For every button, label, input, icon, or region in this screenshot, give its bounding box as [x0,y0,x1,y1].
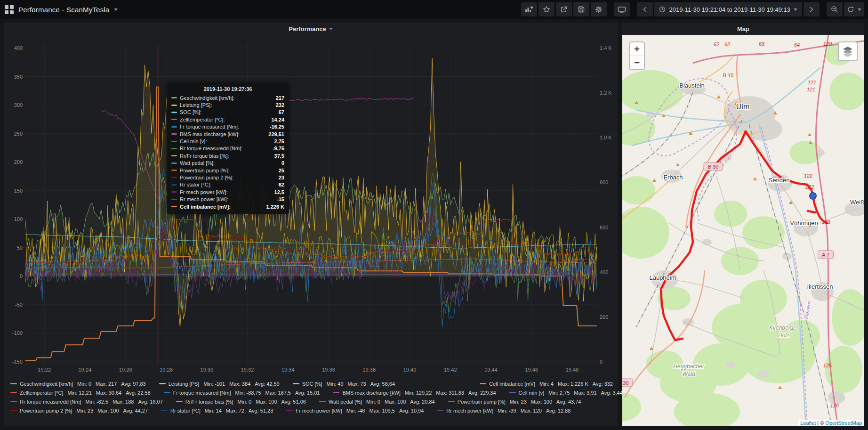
position-marker[interactable] [810,193,816,199]
legend-series-name: Powertrain pump 2 [%] [20,408,72,414]
legend-item[interactable]: Powertrain pump [%]Min: 23Max: 100Avg: 4… [448,399,581,405]
plot-area[interactable]: 2019-11-30 19:27:36 Geschwindigkeit [km/… [25,44,597,365]
y-left-tick: 150 [14,188,23,194]
apps-grid-icon[interactable] [5,5,14,14]
caret-down-icon [329,28,333,30]
tooltip-series-value: 14,24 [271,117,284,122]
map-place-label: Ulm [736,103,749,111]
series-color-dash [10,392,17,393]
tooltip-series-label: Cell imbalance [mV]: [180,204,231,210]
zoom-out-icon [831,6,838,13]
save-icon [578,6,585,13]
legend-item[interactable]: SOC [%]Min: 49Max: 73Avg: 58,64 [293,381,395,387]
settings-button[interactable] [591,2,607,16]
y-axis-left: 400350300250200150100500-50-100-150 [4,44,23,365]
legend-item[interactable]: Zelltemperatur [°C]Min: 12,21Max: 30,64A… [10,390,151,396]
legend-stat-max: Max: 311,83 [436,390,464,396]
legend-item[interactable]: Cell imbalance [mV]Min: 4Max: 1.226 KAvg… [480,381,613,387]
map-panel-title[interactable]: Map [622,23,864,35]
leaflet-link[interactable]: Leaflet [800,420,816,426]
x-tick: 19:36 [322,367,335,373]
legend-stat-min: Min: 49 [326,381,343,387]
legend-stat-max: Max: 72 [226,408,244,414]
chart-legend: Geschwindigkeit [km/h]Min: 0Max: 217Avg:… [10,379,613,415]
legend-stat-avg: Avg: 229,34 [468,390,496,396]
star-icon [543,6,550,13]
legend-series-name: Rr stator [°C] [170,408,201,414]
time-back-button[interactable] [637,2,653,16]
y-left-tick: 0 [20,273,23,279]
series-color-dash [448,401,455,402]
caret-down-icon[interactable] [114,8,118,11]
series-color-dash [10,401,17,402]
y-right-tick: 400 [600,269,608,275]
chart-panel-title[interactable]: Performance [4,23,618,35]
exit-number-label: 123 [822,219,831,225]
y-left-tick: -100 [12,330,23,336]
tooltip-series-label: Leistung [PS]: [180,102,212,108]
legend-row: Geschwindigkeit [km/h]Min: 0Max: 217Avg:… [10,379,613,388]
exit-number-label: 125 [823,363,832,368]
series-color-dash [159,383,166,384]
legend-stat-max: Max: 100 [385,399,406,405]
legend-series-name: Fr torque measured [Nm] [173,390,231,396]
legend-item[interactable]: BMS max discharge [kW]Min: 129,22Max: 31… [333,390,496,396]
y-left-tick: 200 [14,159,23,165]
legend-item[interactable]: Fr torque measured [Nm]Min: -88,75Max: 1… [164,390,320,396]
series-color-dash [171,155,177,156]
legend-item[interactable]: Rr stator [°C]Min: 14Max: 72Avg: 51,23 [161,408,273,414]
legend-item[interactable]: Powertrain pump 2 [%]Min: 23Max: 100Avg:… [10,408,148,414]
tooltip-series-label: Powertrain pump [%]: [180,168,229,173]
time-forward-button[interactable] [804,2,820,16]
y-left-tick: 250 [14,131,23,137]
refresh-button[interactable] [844,2,864,16]
add-panel-button[interactable] [521,2,537,16]
x-tick: 19:34 [281,367,295,373]
y-right-tick: 800 [600,179,608,185]
y-left-tick: 350 [14,74,23,80]
cycle-view-button[interactable] [614,2,630,16]
y-left-tick: 300 [14,102,23,108]
exit-number-label: 122 [805,184,814,190]
tooltip-series-value: -15 [277,196,284,202]
legend-item[interactable]: Rr mech power [kW]Min: -39Max: 120Avg: 1… [437,408,571,414]
share-button[interactable] [556,2,572,16]
legend-stat-max: Max: 100 [97,408,119,414]
leaflet-map[interactable]: B 30A 7B 30B 106262636412012112112212212… [622,35,864,426]
series-fill [25,58,597,327]
legend-item[interactable]: Geschwindigkeit [km/h]Min: 0Max: 217Avg:… [10,381,146,387]
legend-stat-min: Min: -88,75 [235,390,261,396]
series-color-dash [176,401,183,402]
legend-series-name: Powertrain pump [%] [458,399,506,405]
tooltip-row: Cell imbalance [mV]:1.226 K [171,203,284,210]
save-button[interactable] [573,2,589,16]
exit-number-label: 64 [794,42,800,48]
legend-item[interactable]: Leistung [PS]Min: -101Max: 384Avg: 42,59 [159,381,280,387]
legend-stat-min: Min: 23 [76,408,93,414]
road-badge-label: B 30 [708,164,719,170]
legend-item[interactable]: Rr torque measuredd [Nm]Min: -62,5Max: 1… [10,399,163,405]
time-range-picker[interactable]: 2019-11-30 19:21:04 to 2019-11-30 19:49:… [654,2,802,16]
legend-item[interactable]: Rr/Fr torque bias [%]Min: 0Max: 100Avg: … [176,399,306,405]
layers-button[interactable] [838,41,858,61]
exit-number-label: 62 [724,41,730,47]
series-color-dash [171,112,177,113]
caret-down-icon[interactable] [858,8,861,11]
tooltip-series-value: 23 [279,175,284,180]
zoom-out-button[interactable]: − [630,56,644,69]
dashboard-title[interactable]: Performance - ScanMyTesla [18,6,109,14]
legend-item[interactable]: Watt pedal [%]Min: 0Max: 100Avg: 20,84 [319,399,435,405]
star-button[interactable] [538,2,555,16]
osm-link[interactable]: OpenStreetMap [825,420,862,426]
road-badge-label: B 30 [622,380,628,386]
legend-item[interactable]: Fr mech power [kW]Min: -46Max: 109,5Avg:… [286,408,424,414]
y-left-tick: 100 [14,216,23,222]
legend-stat-avg: Avg: 51,06 [281,399,306,405]
y-right-tick: 200 [600,314,608,320]
add-panel-icon [525,6,533,13]
panel-title-text: Map [737,25,749,32]
legend-item[interactable]: Cell min [v]Min: 2,75Max: 3,91Avg: 3,44 [509,390,623,396]
exit-number-label: 126 [830,403,839,408]
zoom-out-button[interactable] [827,2,843,16]
zoom-in-button[interactable]: + [630,42,644,56]
